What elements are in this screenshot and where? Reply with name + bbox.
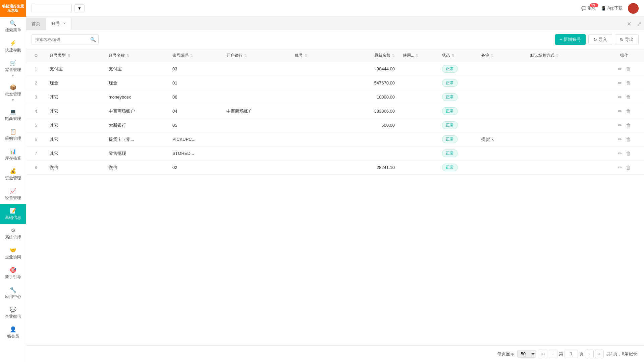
search-icon[interactable]: 🔍 xyxy=(90,37,96,42)
page-prev-button[interactable]: ‹ xyxy=(549,350,557,358)
col-account-label: 账号 xyxy=(295,53,303,58)
row-account xyxy=(291,90,340,104)
export-label: 导出 xyxy=(625,37,634,43)
sidebar-item-wechat-work[interactable]: 💬 企业微信 xyxy=(0,303,26,323)
col-code-header[interactable]: 账号编码 ⇅ xyxy=(168,49,222,62)
message-button[interactable]: 💬 消息 99+ xyxy=(581,5,596,11)
user-avatar[interactable] xyxy=(628,3,639,14)
edit-button[interactable]: ✏ xyxy=(616,122,624,129)
row-code: PICKUPC... xyxy=(168,132,222,146)
import-button[interactable]: ↻ 导入 xyxy=(588,34,612,45)
table-row: 7 其它 零售抵现 STORED... 正常 ✏ 🗑 xyxy=(26,146,644,161)
edit-button[interactable]: ✏ xyxy=(616,79,624,87)
sidebar-item-guide[interactable]: 🎯 新手引导 xyxy=(0,263,26,283)
col-balance-header[interactable]: 最新余额 ⇅ xyxy=(340,49,399,62)
delete-button[interactable]: 🗑 xyxy=(625,136,632,143)
delete-button[interactable]: 🗑 xyxy=(625,150,632,157)
tab-expand-button[interactable]: ⤢ xyxy=(634,18,644,30)
add-account-button[interactable]: + 新增账号 xyxy=(555,34,586,45)
row-default xyxy=(526,132,605,146)
delete-button[interactable]: 🗑 xyxy=(625,108,632,115)
row-name: 零售抵现 xyxy=(105,146,168,161)
row-number: 2 xyxy=(26,76,46,90)
row-bank xyxy=(222,146,291,161)
edit-button[interactable]: ✏ xyxy=(616,65,624,73)
col-status-header[interactable]: 状态 ⇅ xyxy=(438,49,477,62)
page-size-select[interactable]: 50 100 200 xyxy=(517,350,536,358)
top-search-input[interactable] xyxy=(32,4,72,13)
row-default xyxy=(526,104,605,118)
row-bank: 中百商场账户 xyxy=(222,104,291,118)
basic-info-icon: 📝 xyxy=(10,207,16,214)
delete-button[interactable]: 🗑 xyxy=(625,164,632,171)
row-type: 其它 xyxy=(46,90,104,104)
search-input[interactable] xyxy=(32,34,99,45)
export-button[interactable]: ↻ 导出 xyxy=(615,34,639,45)
sidebar-item-wholesale[interactable]: 📦 批发管理 ▼ xyxy=(0,81,26,105)
sidebar-item-quick-nav[interactable]: ⚡ 快捷导航 xyxy=(0,37,26,56)
tab-home[interactable]: 首页 xyxy=(26,18,46,30)
page-next-button[interactable]: › xyxy=(585,350,594,358)
col-name-header[interactable]: 账号名称 ⇅ xyxy=(105,49,168,62)
enterprise-icon: 🤝 xyxy=(10,247,16,253)
table-row: 5 其它 大新银行 05 500.00 正常 ✏ 🗑 xyxy=(26,118,644,132)
row-balance: 547670.00 xyxy=(340,76,399,90)
delete-button[interactable]: 🗑 xyxy=(625,65,632,72)
row-default xyxy=(526,90,605,104)
edit-button[interactable]: ✏ xyxy=(616,164,624,171)
page-last-button[interactable]: ⏭ xyxy=(595,350,604,358)
col-account-header[interactable]: 账号 ⇅ xyxy=(291,49,340,62)
row-name: 微信 xyxy=(105,161,168,175)
tab-account[interactable]: 账号 × xyxy=(46,18,71,30)
page-first-button[interactable]: ⏮ xyxy=(539,350,547,358)
col-bank-header[interactable]: 开户银行 ⇅ xyxy=(222,49,291,62)
row-name: moneybosx xyxy=(105,90,168,104)
sidebar-item-purchase[interactable]: 📋 采购管理 xyxy=(0,125,26,145)
row-remark xyxy=(477,161,526,175)
edit-button[interactable]: ✏ xyxy=(616,94,624,101)
row-use xyxy=(399,104,438,118)
sidebar-item-inventory[interactable]: 📊 库存核算 xyxy=(0,145,26,165)
dropdown-button[interactable]: ▼ xyxy=(74,4,85,12)
col-settings[interactable]: ⚙ xyxy=(26,49,46,62)
col-remark-header[interactable]: 备注 ⇅ xyxy=(477,49,526,62)
sidebar-item-app-center[interactable]: 🔧 应用中心 xyxy=(0,283,26,303)
row-remark xyxy=(477,62,526,76)
delete-button[interactable]: 🗑 xyxy=(625,94,632,101)
row-name: 支付宝 xyxy=(105,62,168,76)
sidebar-item-finance[interactable]: 💰 资金管理 xyxy=(0,165,26,184)
sort-icon: ⇅ xyxy=(305,54,308,57)
sidebar-item-label: 采购管理 xyxy=(5,136,21,141)
col-use-header[interactable]: 使用... ⇅ xyxy=(399,49,438,62)
row-balance: 10000.00 xyxy=(340,90,399,104)
content-area: 🔍 + 新增账号 ↻ 导入 ↻ 导出 ⚙ xyxy=(26,30,644,362)
edit-button[interactable]: ✏ xyxy=(616,136,624,143)
tab-close-button[interactable]: × xyxy=(63,21,66,26)
sidebar-item-operation[interactable]: 📈 经营管理 xyxy=(0,184,26,204)
sidebar-item-search[interactable]: 🔍 搜索菜单 xyxy=(0,17,26,37)
row-number: 3 xyxy=(26,90,46,104)
delete-button[interactable]: 🗑 xyxy=(625,122,632,129)
search-icon: 🔍 xyxy=(10,20,16,26)
sidebar-item-enterprise[interactable]: 🤝 企业协同 xyxy=(0,244,26,263)
edit-button[interactable]: ✏ xyxy=(616,108,624,115)
sidebar-item-system[interactable]: ⚙ 系统管理 xyxy=(0,224,26,244)
sidebar-item-ecommerce[interactable]: 💻 电商管理 xyxy=(0,105,26,125)
page-unit: 页 xyxy=(579,351,584,357)
app-download-button[interactable]: 📱 App下载 xyxy=(601,5,623,11)
page-input[interactable] xyxy=(565,350,578,358)
row-status: 正常 xyxy=(438,146,477,161)
sidebar-item-retail[interactable]: 🛒 零售管理 ▼ xyxy=(0,56,26,81)
tab-fullscreen-close[interactable]: ✕ xyxy=(624,18,634,30)
sidebar-item-member[interactable]: 👤 畅会员 xyxy=(0,323,26,343)
edit-button[interactable]: ✏ xyxy=(616,150,624,157)
wechat-work-icon: 💬 xyxy=(10,306,16,313)
row-balance xyxy=(340,146,399,161)
col-type-header[interactable]: 账号类型 ⇅ xyxy=(46,49,104,62)
col-default-header[interactable]: 默认结算方式 ⇅ xyxy=(526,49,605,62)
sort-icon: ⇅ xyxy=(416,54,419,57)
top-header: ▼ 💬 消息 99+ 📱 App下载 xyxy=(26,0,644,17)
sidebar-item-basic-info[interactable]: 📝 基础信息 xyxy=(0,204,26,224)
row-type: 现金 xyxy=(46,76,104,90)
delete-button[interactable]: 🗑 xyxy=(625,79,632,86)
